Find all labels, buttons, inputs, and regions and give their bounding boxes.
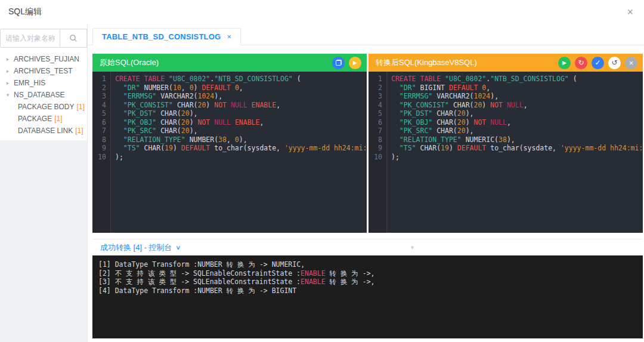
object-count-badge: [1]	[54, 115, 62, 123]
line-number: 3	[92, 92, 110, 101]
sidebar-filler	[0, 140, 87, 342]
code-line: "ERRMSG" VARCHAR2(1024),	[115, 92, 367, 101]
code-line: "RELATION_TYPE" NUMBER(38, 0),	[115, 135, 367, 144]
tree-item-label: ARCHIVES_FUJIAN	[14, 55, 79, 63]
line-number: 10	[369, 153, 386, 162]
line-number-gutter: 12345678910	[369, 72, 387, 233]
search-button[interactable]	[60, 29, 87, 48]
tree-item-label: DATABASE LINK	[18, 127, 73, 135]
close-button[interactable]: ×	[625, 57, 637, 69]
line-number: 9	[369, 144, 386, 153]
code-line: "ERRMSG" VARCHAR2(1024),	[391, 92, 643, 101]
search-icon	[69, 34, 78, 42]
window-title: SQL编辑	[8, 7, 42, 17]
main-area: TABLE_NTB_SD_CONSISTLOG × 原始SQL(Oracle) …	[88, 24, 644, 342]
line-number: 6	[369, 118, 386, 127]
reset-button[interactable]: ↻	[575, 57, 587, 69]
line-number: 10	[92, 153, 110, 162]
line-number: 7	[369, 127, 386, 135]
line-number: 4	[92, 101, 110, 110]
tab-table-ntb-sd-consistlog[interactable]: TABLE_NTB_SD_CONSISTLOG ×	[92, 28, 241, 45]
source-sql-editor[interactable]: 12345678910 CREATE TABLE "U8C_0802"."NTB…	[92, 72, 367, 233]
code-line: "TS" CHAR(19) DEFAULT to_char(sysdate, '…	[115, 144, 367, 153]
console-header[interactable]: 成功转换 [4] - 控制台 ∨ ▼	[92, 239, 643, 255]
caret-collapsed-icon[interactable]: ▸	[5, 56, 11, 62]
code-line: "PK_OBJ" CHAR(20) NOT NULL,	[391, 118, 643, 127]
line-number: 5	[369, 109, 386, 118]
code-line: "PK_DST" CHAR(20),	[391, 109, 643, 118]
code-line: [1] DataType Transform :NUMBER 转 换 为 -> …	[98, 260, 637, 269]
search-input[interactable]	[0, 29, 60, 48]
code-line: [3] 不 支 持 该 类 型 -> SQLEnableConstraintSt…	[98, 278, 637, 286]
run-button[interactable]: ▶	[349, 57, 361, 69]
line-number: 8	[369, 135, 386, 144]
line-number-gutter: 12345678910	[92, 72, 111, 233]
line-number: 8	[92, 135, 110, 144]
line-number: 9	[92, 144, 110, 153]
object-count-badge: [1]	[75, 127, 83, 135]
converted-sql-header: 转换后SQL(KingbaseV8SQL) ▶↻✓↺×	[369, 54, 643, 72]
console-title: 成功转换 [4] - 控制台	[100, 242, 172, 253]
converted-sql-editor[interactable]: 12345678910 CREATE TABLE "U8C_0802"."NTB…	[369, 72, 643, 233]
code-line: [2] 不 支 持 该 类 型 -> SQLEnableConstraintSt…	[98, 269, 637, 278]
code-line: "PK_CONSIST" CHAR(20) NOT NULL ENABLE,	[115, 101, 367, 110]
copy-button[interactable]	[332, 57, 345, 69]
line-number: 3	[369, 92, 386, 101]
close-icon[interactable]: ×	[627, 7, 633, 17]
object-sidebar: ▸ARCHIVES_FUJIAN▸ARCHIVES_TEST▸EMR_HIS▾N…	[0, 24, 88, 342]
caret-collapsed-icon[interactable]: ▸	[5, 80, 11, 86]
history-button[interactable]: ↺	[608, 57, 621, 69]
tree-item-database-link[interactable]: DATABASE LINK[1]	[0, 125, 87, 137]
line-number: 1	[92, 75, 110, 84]
tree-item-package-body[interactable]: PACKAGE BODY[1]	[0, 101, 87, 113]
code-line: "DR" BIGINT DEFAULT 0,	[391, 84, 643, 93]
code-line: "RELATION_TYPE" NUMERIC(38),	[391, 135, 643, 144]
converted-sql-code: CREATE TABLE "U8C_0802"."NTB_SD_CONSISTL…	[387, 72, 643, 233]
source-sql-code: CREATE TABLE "U8C_0802"."NTB_SD_CONSISTL…	[111, 72, 367, 233]
chevron-down-icon[interactable]: ∨	[175, 244, 181, 251]
tree-item-label: NS_DATABASE	[14, 91, 65, 99]
tree-item-label: ARCHIVES_TEST	[14, 67, 73, 75]
tree-item-label: PACKAGE	[18, 115, 52, 123]
line-number: 2	[92, 84, 110, 93]
tab-close-icon[interactable]: ×	[227, 32, 231, 41]
line-number: 7	[92, 127, 110, 135]
code-line: "PK_OBJ" CHAR(20) NOT NULL ENABLE,	[115, 118, 367, 127]
code-line: "PK_DST" CHAR(20),	[115, 109, 367, 118]
caret-collapsed-icon[interactable]: ▸	[5, 68, 11, 74]
converted-sql-title: 转换后SQL(KingbaseV8SQL)	[376, 57, 477, 68]
tree-item-emr-his[interactable]: ▸EMR_HIS	[0, 77, 87, 89]
code-line: "PK_SRC" CHAR(20),	[391, 127, 643, 135]
source-sql-title: 原始SQL(Oracle)	[100, 57, 159, 68]
collapse-caret-icon[interactable]: ▼	[410, 245, 415, 251]
object-count-badge: [1]	[76, 103, 84, 111]
tree-item-ns-database[interactable]: ▾NS_DATABASE	[0, 89, 87, 101]
source-sql-panel: 原始SQL(Oracle) ▶ 12345678910 CREATE TABLE…	[92, 54, 367, 233]
copy-icon	[336, 60, 342, 66]
tree-item-archives-fujian[interactable]: ▸ARCHIVES_FUJIAN	[0, 53, 87, 65]
tab-strip: TABLE_NTB_SD_CONSISTLOG ×	[88, 24, 644, 45]
run-button[interactable]: ▶	[558, 57, 571, 69]
code-line: );	[115, 153, 367, 162]
console-section: 成功转换 [4] - 控制台 ∨ ▼ [1] DataType Transfor…	[92, 239, 643, 338]
tree-item-package[interactable]: PACKAGE[1]	[0, 113, 87, 125]
apply-button[interactable]: ✓	[592, 57, 604, 69]
converted-sql-panel: 转换后SQL(KingbaseV8SQL) ▶↻✓↺× 12345678910 …	[369, 54, 643, 233]
sql-panels: 原始SQL(Oracle) ▶ 12345678910 CREATE TABLE…	[92, 54, 643, 233]
code-line: "TS" CHAR(19) DEFAULT to_char(sysdate, '…	[391, 144, 643, 153]
tab-label: TABLE_NTB_SD_CONSISTLOG	[102, 32, 221, 41]
window-titlebar: SQL编辑 ×	[0, 0, 644, 24]
code-line: CREATE TABLE "U8C_0802"."NTB_SD_CONSISTL…	[391, 75, 643, 84]
caret-expanded-icon[interactable]: ▾	[5, 92, 11, 98]
converted-sql-actions: ▶↻✓↺×	[558, 57, 637, 69]
code-line: );	[391, 153, 643, 162]
tree-item-label: PACKAGE BODY	[18, 103, 74, 111]
line-number: 6	[92, 118, 110, 127]
code-line: "PK_CONSIST" CHAR(20) NOT NULL,	[391, 101, 643, 110]
source-sql-actions: ▶	[332, 57, 361, 69]
code-line: [4] DataType Transform :NUMBER 转 换 为 -> …	[98, 286, 637, 295]
search-row	[0, 24, 87, 52]
tree-item-archives-test[interactable]: ▸ARCHIVES_TEST	[0, 65, 87, 77]
editor-content: 原始SQL(Oracle) ▶ 12345678910 CREATE TABLE…	[88, 45, 644, 338]
tree-item-label: EMR_HIS	[14, 79, 45, 87]
